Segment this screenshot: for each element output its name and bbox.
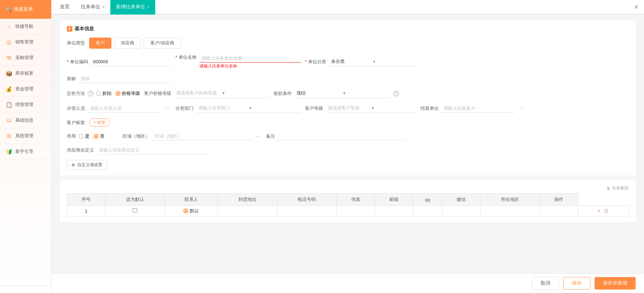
settlement-more-btn[interactable]: ··· — [518, 105, 525, 112]
table-row: 1 默认 + 🗑 — [67, 206, 629, 217]
tab-close-new-partner[interactable]: × — [147, 5, 150, 9]
row-region — [540, 206, 578, 217]
unit-category-select[interactable]: 未分类 ▾ — [329, 57, 416, 66]
section-icon: F — [67, 26, 72, 32]
area-input[interactable] — [152, 132, 252, 140]
sales-icon: ◎ — [6, 39, 13, 46]
pricing-help-icon[interactable]: ? — [88, 91, 93, 96]
unit-code-field: 单位编码 — [67, 58, 171, 66]
supplier-custom-row: 供应商自定义 — [67, 146, 629, 154]
department-select[interactable]: 请输入分管部门 ▾ — [196, 104, 301, 113]
supplier-custom-input[interactable] — [97, 146, 206, 154]
department-chevron: ▾ — [249, 106, 299, 111]
sidebar-item-finance[interactable]: 💰资金管理 — [0, 81, 51, 97]
row-default-radio[interactable] — [183, 209, 188, 213]
unit-name-input-group: 请输入往来单位名称 — [199, 54, 301, 69]
sidebar-search[interactable]: 🔍 搜索菜单 — [0, 3, 51, 15]
disabled-radio-group: 是 否 — [79, 133, 104, 139]
unit-btn-supplier[interactable]: 供应商 — [114, 38, 141, 49]
manager-input[interactable] — [88, 104, 161, 113]
tab-bar-close[interactable]: ✕ — [631, 4, 641, 10]
tag-field: 客户标签 + 标签 — [67, 119, 110, 127]
settlement-unit-input[interactable] — [441, 104, 515, 113]
customer-price-label: 客户价格等级 — [144, 90, 171, 97]
unit-btn-customer[interactable]: 客户 — [89, 38, 111, 49]
row-del-btn[interactable]: 🗑 — [603, 208, 610, 214]
customer-level-select[interactable]: 请选择客户等级 ▾ — [326, 104, 416, 113]
table-col-header: 电话号码 — [277, 194, 337, 206]
inventory-icon: 📦 — [6, 70, 13, 77]
manager-more-btn[interactable]: ··· — [164, 105, 171, 112]
pricing-discount[interactable]: 折扣 — [96, 90, 111, 97]
batch-delete-label: 批量删除 — [612, 185, 629, 191]
payment-help-icon[interactable]: ? — [393, 91, 399, 96]
row-check[interactable] — [133, 208, 137, 213]
sidebar-item-sales[interactable]: ◎销售管理 — [0, 34, 51, 50]
table-col-header: 传真 — [337, 194, 375, 206]
sidebar-bottom — [0, 286, 51, 293]
sidebar-item-purchase[interactable]: 🛍采购管理 — [0, 50, 51, 66]
customer-level-field: 客户等级 请选择客户等级 ▾ — [305, 104, 416, 113]
row-fax — [375, 206, 413, 217]
batch-delete-btn[interactable]: 🗑 批量删除 — [606, 185, 629, 191]
pricing-row: 定价方法 ? 折扣 价格等级 客户价格等 — [67, 89, 629, 98]
settlement-unit-label: 结算单位 — [421, 105, 439, 112]
sidebar-item-inventory[interactable]: 📦库存核算 — [0, 66, 51, 81]
tab-partner[interactable]: 往来单位× — [75, 0, 110, 15]
payment-terms-label: 收款条件 — [274, 90, 292, 97]
sidebar-item-quick-nav[interactable]: ⌂快捷导航 — [0, 19, 51, 34]
unit-btn-both[interactable]: 客户/供应商 — [144, 38, 181, 49]
disabled-field: 停用 是 否 — [67, 133, 104, 139]
customer-price-select[interactable]: 请选择客户价格等级 ▾ — [174, 89, 269, 98]
disabled-area-row: 停用 是 否 区域（地区） — [67, 132, 629, 140]
cancel-button[interactable]: 取消 — [532, 277, 559, 290]
contacts-table: 序号设为默认联系人到货地址电话号码传真邮箱qq微信所在地区操作 1 默认 + 🗑 — [67, 193, 629, 217]
sidebar-search-label: 搜索菜单 — [14, 6, 33, 13]
disabled-no[interactable]: 否 — [94, 133, 104, 139]
sidebar-item-operations[interactable]: 📋经营管理 — [0, 97, 51, 113]
tab-close-partner[interactable]: × — [102, 5, 105, 9]
disabled-yes-radio — [79, 134, 84, 139]
supplier-custom-label: 供应商自定义 — [67, 147, 94, 153]
payment-terms-select[interactable]: 现结 ▾ — [294, 89, 391, 98]
unit-category-field: 单位分类 未分类 ▾ — [305, 57, 416, 66]
sidebar-item-system[interactable]: ⚙系统管理 — [0, 128, 51, 144]
unit-name-input[interactable] — [199, 54, 301, 63]
row-default-label: 默认 — [190, 208, 199, 214]
manager-label: 分管人员 — [67, 105, 85, 112]
add-tag-button[interactable]: + 标签 — [89, 119, 110, 127]
pricing-level[interactable]: 价格等级 — [116, 90, 140, 97]
settlement-unit-field: 结算单位 ··· — [421, 104, 525, 113]
department-placeholder: 请输入分管部门 — [198, 105, 248, 111]
tab-home[interactable]: 首页 — [54, 0, 75, 15]
row-checkbox[interactable] — [105, 206, 165, 217]
remarks-input[interactable] — [278, 132, 405, 140]
quick-nav-icon: ⌂ — [6, 23, 13, 30]
disabled-label: 停用 — [67, 133, 76, 139]
unit-code-input[interactable] — [91, 58, 171, 66]
save-button[interactable]: 保存 — [563, 277, 590, 290]
table-col-header: 到货地址 — [218, 194, 277, 206]
unit-category-chevron: ▾ — [373, 59, 414, 64]
sidebar-item-basic[interactable]: 🗂基础信息 — [0, 113, 51, 128]
tab-bar: 首页往来单位×新增往来单位× ✕ — [52, 0, 644, 15]
sidebar-item-guide[interactable]: 🔰新手引导 — [0, 144, 51, 160]
remarks-label: 备注 — [266, 133, 275, 139]
sidebar-label-basic: 基础信息 — [15, 117, 33, 123]
table-col-header: 联系人 — [165, 194, 218, 206]
row-add-btn[interactable]: + — [596, 208, 601, 214]
tab-new-partner[interactable]: 新增往来单位× — [110, 0, 155, 15]
save-new-button[interactable]: 保存并新增 — [595, 277, 636, 290]
unit-name-field: 单位名称 请输入往来单位名称 — [175, 54, 301, 69]
disabled-yes[interactable]: 是 — [79, 133, 89, 139]
row-actions: + 🗑 — [578, 206, 628, 217]
sidebar-label-quick-nav: 快捷导航 — [15, 23, 33, 30]
custom-settings-button[interactable]: ⚙ 自定义项设置 — [67, 160, 107, 170]
payment-terms-value: 现结 — [297, 90, 342, 96]
row-contact — [218, 206, 277, 217]
operations-icon: 📋 — [6, 101, 13, 108]
short-name-input[interactable] — [79, 75, 171, 83]
main-content: 首页往来单位×新增往来单位× ✕ F 基本信息 单位类型 客户 供应商 客户/供… — [52, 0, 644, 293]
customer-level-placeholder: 请选择客户等级 — [328, 105, 370, 111]
area-more-btn[interactable]: ··· — [254, 133, 262, 139]
